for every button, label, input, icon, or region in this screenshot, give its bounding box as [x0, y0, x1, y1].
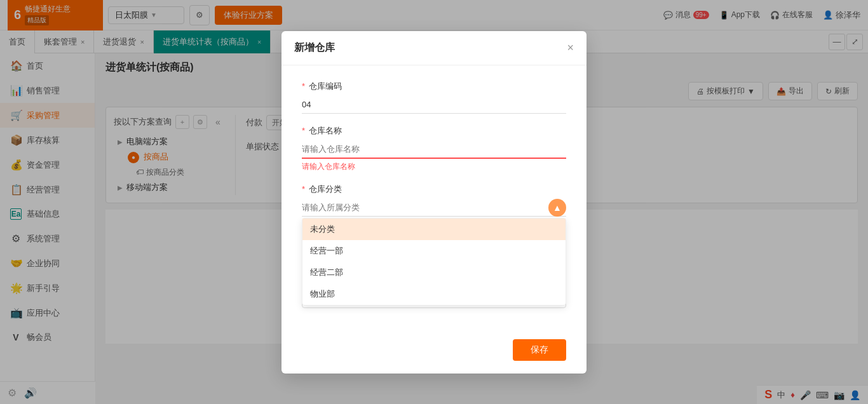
- name-label: * 仓库名称: [302, 125, 566, 137]
- save-button[interactable]: 保存: [513, 339, 566, 361]
- category-input-wrapper: ▲: [302, 199, 566, 217]
- dropdown-item-uncategorized[interactable]: 未分类: [302, 219, 566, 240]
- dropdown-item-dept2[interactable]: 经营二部: [302, 262, 566, 283]
- form-row-code: * 仓库编码: [302, 81, 566, 114]
- modal-header: 新增仓库 ×: [281, 31, 587, 65]
- form-row-name: * 仓库名称 请输入仓库名称: [302, 125, 566, 172]
- modal-footer: 保存: [281, 332, 587, 374]
- modal-overlay[interactable]: 新增仓库 × * 仓库编码 * 仓库名称 请输入仓库名称: [0, 0, 868, 404]
- code-input[interactable]: [302, 96, 566, 114]
- required-star-category: *: [302, 184, 305, 194]
- dropdown-item-dept3[interactable]: 物业部: [302, 283, 566, 305]
- category-input[interactable]: [302, 199, 566, 217]
- category-label: * 仓库分类: [302, 184, 566, 195]
- form-row-category: * 仓库分类 ▲ 未分类 经营一部 经营二部 物业部: [302, 184, 566, 217]
- modal-title: 新增仓库: [294, 41, 335, 55]
- modal-body: * 仓库编码 * 仓库名称 请输入仓库名称 * 仓库分类: [281, 65, 587, 332]
- required-star-code: *: [302, 81, 305, 91]
- modal-new-warehouse: 新增仓库 × * 仓库编码 * 仓库名称 请输入仓库名称: [281, 31, 587, 374]
- dropdown-item-dept1[interactable]: 经营一部: [302, 240, 566, 262]
- code-label: * 仓库编码: [302, 81, 566, 92]
- category-toggle-icon[interactable]: ▲: [548, 199, 566, 217]
- name-input[interactable]: [302, 140, 566, 159]
- required-star-name: *: [302, 126, 305, 135]
- name-error-message: 请输入仓库名称: [302, 161, 566, 172]
- modal-close-icon[interactable]: ×: [567, 41, 574, 55]
- category-dropdown: 未分类 经营一部 经营二部 物业部: [302, 218, 566, 306]
